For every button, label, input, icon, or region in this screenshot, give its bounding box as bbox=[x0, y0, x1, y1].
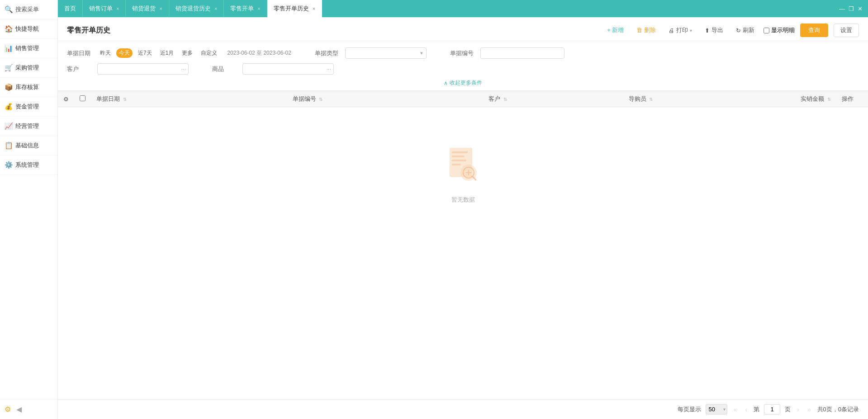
tab-retail-open[interactable]: 零售开单 × bbox=[224, 0, 267, 17]
tab-retail-open-close[interactable]: × bbox=[257, 6, 260, 11]
last-page-btn[interactable]: » bbox=[806, 405, 813, 414]
sales-mgmt-icon: 📊 bbox=[5, 44, 13, 52]
next-page-btn[interactable]: › bbox=[795, 405, 801, 414]
sidebar-search[interactable]: 🔍 搜索采单 bbox=[0, 0, 57, 19]
setting-button[interactable]: 设置 bbox=[834, 24, 859, 37]
tab-retail-open-history-close[interactable]: × bbox=[313, 6, 315, 11]
select-all-checkbox[interactable] bbox=[80, 95, 85, 101]
sidebar-item-purchase-mgmt[interactable]: 🛒 采购管理 bbox=[0, 58, 57, 78]
page-number-input[interactable] bbox=[764, 404, 780, 414]
basic-info-icon: 📋 bbox=[5, 141, 13, 150]
date-opt-today[interactable]: 今天 bbox=[116, 48, 133, 58]
guide-sort-icon: ⇅ bbox=[649, 97, 653, 102]
window-restore-btn[interactable]: ❐ bbox=[849, 5, 854, 12]
th-amount[interactable]: 实销金额 ⇅ bbox=[791, 91, 836, 107]
tab-sales-return-close[interactable]: × bbox=[159, 6, 162, 11]
tab-home-label: 首页 bbox=[64, 5, 76, 13]
th-customer[interactable]: 客户 ⇅ bbox=[483, 91, 623, 107]
prev-page-btn[interactable]: ‹ bbox=[743, 405, 749, 414]
customer-ellipsis-icon: ··· bbox=[181, 66, 186, 72]
collapse-up-icon: ∧ bbox=[444, 80, 448, 86]
topbar-right: — ❐ ✕ bbox=[839, 5, 868, 12]
settings-icon[interactable]: ⚙ bbox=[5, 405, 11, 414]
quick-nav-icon: 🏠 bbox=[5, 25, 13, 33]
date-opt-more[interactable]: 更多 bbox=[179, 48, 195, 58]
print-button[interactable]: 🖨 打印 ▾ bbox=[665, 24, 696, 36]
tab-sales-return-history[interactable]: 销货退货历史 × bbox=[169, 0, 224, 17]
sidebar-item-sales-mgmt[interactable]: 📊 销售管理 bbox=[0, 39, 57, 58]
sidebar-item-finance[interactable]: 💰 资金管理 bbox=[0, 97, 57, 117]
customer-input[interactable] bbox=[97, 63, 189, 75]
tab-home[interactable]: 首页 bbox=[58, 0, 83, 17]
first-page-btn[interactable]: « bbox=[732, 405, 739, 414]
tab-sales-return-history-close[interactable]: × bbox=[214, 6, 217, 11]
sidebar-item-basic-info[interactable]: 📋 基础信息 bbox=[0, 136, 57, 155]
refresh-button[interactable]: ↻ 刷新 bbox=[732, 24, 758, 36]
print-icon: 🖨 bbox=[669, 27, 674, 34]
tab-retail-open-history[interactable]: 零售开单历史 × bbox=[267, 0, 322, 17]
doc-type-select[interactable] bbox=[345, 47, 427, 59]
th-check bbox=[74, 91, 91, 107]
th-doc-date[interactable]: 单据日期 ⇅ bbox=[91, 91, 287, 107]
system-icon: ⚙️ bbox=[5, 161, 13, 169]
display-col-checkbox-wrap[interactable]: 显示明细 bbox=[764, 26, 795, 34]
date-opt-custom[interactable]: 自定义 bbox=[198, 48, 220, 58]
th-doc-no[interactable]: 单据编号 ⇅ bbox=[287, 91, 484, 107]
sidebar-item-label: 库存核算 bbox=[15, 83, 39, 91]
main: 首页 销售订单 × 销货退货 × 销货退货历史 × 零售开单 × 零售开单历史 … bbox=[58, 0, 868, 419]
display-col-label: 显示明细 bbox=[771, 26, 795, 34]
tab-sales-order[interactable]: 销售订单 × bbox=[83, 0, 126, 17]
export-button[interactable]: ⬆ 导出 bbox=[701, 24, 727, 36]
svg-rect-3 bbox=[452, 160, 466, 161]
goods-input-wrap: ··· bbox=[242, 63, 334, 75]
refresh-icon: ↻ bbox=[736, 27, 741, 34]
collapse-filter-btn[interactable]: ∧ 收起更多条件 bbox=[67, 79, 859, 87]
tab-sales-return[interactable]: 销货退货 × bbox=[126, 0, 169, 17]
sidebar-item-ops[interactable]: 📈 经营管理 bbox=[0, 117, 57, 136]
toolbar: + 新增 🗑 删除 🖨 打印 ▾ ⬆ 导出 ↻ 刷新 bbox=[603, 24, 859, 37]
goods-input[interactable] bbox=[242, 63, 334, 75]
delete-button[interactable]: 🗑 删除 bbox=[633, 24, 659, 36]
th-guide-label: 导购员 bbox=[629, 95, 646, 102]
sidebar-item-system[interactable]: ⚙️ 系统管理 bbox=[0, 155, 57, 175]
table-header-row: ⚙ 单据日期 ⇅ 单据编号 ⇅ bbox=[58, 91, 868, 107]
sidebar-item-quick-nav[interactable]: 🏠 快捷导航 bbox=[0, 19, 57, 39]
page-size-select[interactable]: 10 20 50 100 bbox=[706, 404, 727, 414]
date-opt-yesterday[interactable]: 昨天 bbox=[97, 48, 114, 58]
doc-no-input[interactable] bbox=[480, 47, 564, 59]
customer-sort-icon: ⇅ bbox=[503, 97, 507, 102]
sidebar-item-inventory[interactable]: 📦 库存核算 bbox=[0, 78, 57, 97]
doc-no-sort-icon: ⇅ bbox=[319, 97, 323, 102]
page-header-inner: 零售开单历史 + 新增 🗑 删除 🖨 打印 ▾ ⬆ 导出 ↻ bbox=[67, 24, 859, 37]
page-unit: 页 bbox=[785, 405, 791, 414]
column-settings-icon[interactable]: ⚙ bbox=[63, 96, 69, 103]
export-label: 导出 bbox=[711, 26, 723, 34]
collapse-sidebar-icon[interactable]: ◀ bbox=[16, 405, 22, 414]
filter-row-2: 客户 ··· 商品 ··· bbox=[67, 63, 859, 75]
sidebar-search-label: 搜索采单 bbox=[15, 5, 39, 14]
topbar: 首页 销售订单 × 销货退货 × 销货退货历史 × 零售开单 × 零售开单历史 … bbox=[58, 0, 868, 17]
th-settings[interactable]: ⚙ bbox=[58, 91, 74, 107]
tab-sales-order-close[interactable]: × bbox=[116, 6, 119, 11]
purchase-mgmt-icon: 🛒 bbox=[5, 64, 13, 72]
window-minimize-btn[interactable]: — bbox=[839, 5, 845, 12]
doc-type-select-wrap: ▾ bbox=[345, 47, 427, 59]
filter-date-options: 昨天 今天 近7天 近1月 更多 自定义 bbox=[97, 48, 220, 58]
export-icon: ⬆ bbox=[705, 27, 710, 34]
date-opt-7days[interactable]: 近7天 bbox=[135, 48, 155, 58]
date-label: 单据日期 bbox=[67, 49, 92, 57]
sidebar-item-label: 采购管理 bbox=[15, 64, 39, 72]
query-button[interactable]: 查询 bbox=[800, 24, 828, 37]
page-size-wrap: 10 20 50 100 ▾ bbox=[706, 404, 727, 414]
display-col-checkbox[interactable] bbox=[764, 28, 769, 33]
amount-sort-icon: ⇅ bbox=[827, 97, 831, 102]
print-arrow-icon: ▾ bbox=[690, 28, 692, 33]
date-opt-1month[interactable]: 近1月 bbox=[157, 48, 177, 58]
th-guide[interactable]: 导购员 ⇅ bbox=[623, 91, 791, 107]
svg-rect-1 bbox=[452, 151, 468, 153]
add-button[interactable]: + 新增 bbox=[603, 24, 627, 36]
window-close-btn[interactable]: ✕ bbox=[858, 5, 863, 12]
th-customer-label: 客户 bbox=[489, 95, 500, 102]
doc-no-label: 单据编号 bbox=[450, 49, 475, 57]
sidebar-item-label: 快捷导航 bbox=[15, 25, 39, 33]
